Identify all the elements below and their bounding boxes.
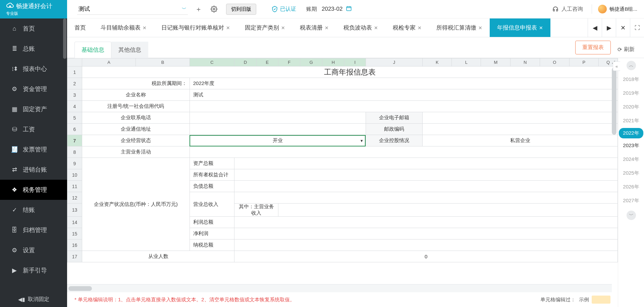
sidebar-item[interactable]: ✓结账	[0, 200, 67, 220]
row-head[interactable]: 2	[67, 78, 82, 89]
row-head[interactable]: 7	[67, 135, 82, 146]
cell-value[interactable]	[190, 124, 366, 135]
tab[interactable]: 斗目辅助余额表✕	[93, 18, 154, 37]
sidebar-item[interactable]: 🧾发票管理	[0, 139, 67, 160]
row-head[interactable]: 17	[67, 251, 82, 262]
year-item[interactable]: 2027年	[623, 194, 639, 207]
cell-value[interactable]: 测试	[190, 89, 618, 101]
col-head[interactable]: D	[234, 58, 257, 67]
col-head[interactable]: A	[82, 58, 136, 67]
tab[interactable]: 税检专家✕	[385, 18, 429, 37]
row-head[interactable]: 13	[67, 204, 82, 217]
tab[interactable]: 日记账与银行对账单核对✕	[154, 18, 237, 37]
sidebar-item[interactable]: ⌂首页	[0, 18, 67, 39]
col-head[interactable]: G	[300, 58, 322, 67]
cell-value[interactable]	[234, 228, 618, 239]
account-input[interactable]	[78, 6, 182, 12]
sidebar-item[interactable]: ❖税务管理	[0, 180, 67, 200]
tab-close-all[interactable]: ✕	[616, 18, 630, 37]
row-head[interactable]: 5	[67, 112, 82, 124]
year-item[interactable]: 2025年	[623, 167, 639, 180]
tab[interactable]: 固定资产类别✕	[237, 18, 292, 37]
tab-scroll-right[interactable]: ▶	[602, 18, 616, 37]
col-head[interactable]: H	[322, 58, 344, 67]
year-item[interactable]: 2021年	[623, 114, 639, 127]
close-icon[interactable]: ✕	[539, 25, 543, 31]
row-head[interactable]: 8	[67, 146, 82, 158]
col-head[interactable]: E	[256, 58, 278, 67]
subtab-other[interactable]: 其他信息	[111, 42, 148, 58]
calendar-icon[interactable]	[346, 5, 352, 13]
sidebar-item[interactable]: ⇄进销台账	[0, 160, 67, 180]
cell-value[interactable]: 私营企业	[423, 135, 618, 146]
cell-value[interactable]	[190, 146, 618, 158]
unpin-button[interactable]: ◀▮ 取消固定	[0, 296, 67, 303]
active-cell-dropdown[interactable]: 开业 ▼	[190, 135, 366, 146]
collapse-year-panel[interactable]: «	[613, 61, 620, 71]
close-icon[interactable]: ✕	[226, 25, 230, 31]
row-head[interactable]: 1	[67, 67, 82, 78]
close-icon[interactable]: ✕	[374, 25, 378, 31]
sheet-vscrollbar[interactable]	[612, 68, 616, 135]
col-head[interactable]: C	[190, 58, 234, 67]
year-item[interactable]: 2022年	[619, 128, 643, 138]
cell-value[interactable]: 2022年度	[190, 78, 618, 89]
col-head[interactable]: N	[511, 58, 540, 67]
cell-value[interactable]	[234, 158, 618, 169]
cell-value[interactable]	[234, 169, 618, 181]
cell-value[interactable]	[278, 204, 618, 217]
row-head[interactable]: 16	[67, 239, 82, 251]
row-head[interactable]: 6	[67, 124, 82, 135]
year-item[interactable]: 2023年	[623, 139, 639, 152]
user-menu[interactable]: 畅捷通B组...	[598, 5, 637, 13]
cell-value[interactable]	[190, 112, 366, 124]
cell-value[interactable]	[423, 112, 618, 124]
row-head[interactable]: 9	[67, 158, 82, 169]
cell-value[interactable]	[234, 217, 618, 228]
support-button[interactable]: 人工咨询	[552, 6, 583, 13]
tab[interactable]: 税表清册✕	[292, 18, 336, 37]
sidebar-item[interactable]: ⫶⬍报表中心	[0, 59, 67, 79]
cell-value[interactable]	[234, 239, 618, 251]
row-head[interactable]: 4	[67, 101, 82, 112]
fullscreen-icon[interactable]: ⛶	[630, 18, 644, 37]
year-item[interactable]: 2019年	[623, 87, 639, 100]
row-head[interactable]: 12	[67, 192, 82, 204]
row-head[interactable]: 11	[67, 181, 82, 192]
year-item[interactable]: 2020年	[623, 100, 639, 114]
col-head[interactable]: P	[569, 58, 598, 67]
sidebar-item[interactable]: ⛁工资	[0, 119, 67, 139]
spreadsheet[interactable]: ◢ ABCDEFGHIJKLMNOPQ 1	[67, 58, 618, 284]
sidebar-item[interactable]: ▦固定资产	[0, 99, 67, 119]
refresh-button[interactable]: ⟳ 刷新	[618, 46, 635, 53]
col-head[interactable]: K	[423, 58, 452, 67]
settings-icon[interactable]	[209, 4, 219, 14]
tab-scroll-left[interactable]: ◀	[588, 18, 602, 37]
cell-value[interactable]	[423, 124, 618, 135]
cell-value[interactable]	[234, 192, 618, 204]
period-value[interactable]: 2023-02	[322, 6, 342, 12]
reset-report-button[interactable]: 重置报表	[575, 41, 611, 54]
col-head[interactable]: I	[344, 58, 366, 67]
cell-value[interactable]	[234, 181, 618, 192]
tab[interactable]: 年报信息申报表✕	[490, 18, 550, 37]
switch-old-button[interactable]: 切到旧版	[226, 4, 256, 15]
tab[interactable]: 税负波动表✕	[336, 18, 385, 37]
col-head[interactable]: L	[452, 58, 481, 67]
close-icon[interactable]: ✕	[418, 25, 422, 31]
col-head[interactable]: F	[278, 58, 300, 67]
close-icon[interactable]: ✕	[281, 25, 285, 31]
sidebar-item[interactable]: ⚙资金管理	[0, 79, 67, 99]
cell-value[interactable]: 0	[234, 251, 618, 262]
year-scroll-up[interactable]: ︿	[627, 61, 636, 70]
cell-value[interactable]	[190, 101, 618, 112]
close-icon[interactable]: ✕	[325, 25, 329, 31]
row-head[interactable]: 14	[67, 217, 82, 228]
year-scroll-down[interactable]: ﹀	[627, 211, 636, 220]
sidebar-item[interactable]: ▶新手引导	[0, 260, 67, 280]
add-button[interactable]: ＋	[194, 4, 203, 14]
year-item[interactable]: 2018年	[623, 73, 639, 86]
subtab-basic[interactable]: 基础信息	[74, 42, 111, 58]
row-head[interactable]: 15	[67, 228, 82, 239]
tab[interactable]: 首页	[67, 18, 93, 37]
